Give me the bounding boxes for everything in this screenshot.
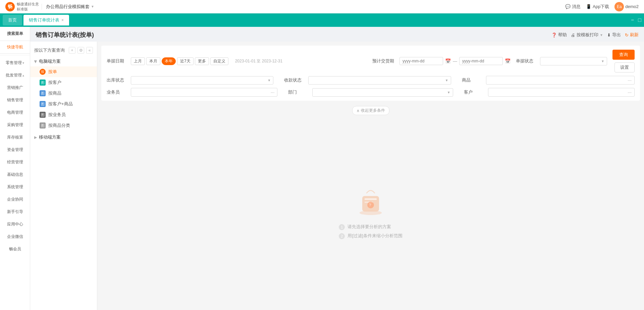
salesperson-input-wrapper: ··· (131, 88, 277, 97)
top-bar-left: 畅 畅捷通好生意 标准版 办公用品行业模拟账套 ▼ (5, 2, 94, 11)
inner-layout: 按以下方案查询 + ⚙ « ▶ 电脑端方案 按 按单 (30, 42, 644, 310)
refresh-icon: ↻ (625, 33, 629, 38)
message-action[interactable]: 💬 消息 (565, 4, 581, 10)
tab-home[interactable]: 首页 (3, 15, 22, 25)
sidebar-item-newbie[interactable]: 新手引导 (0, 206, 30, 218)
department-select[interactable] (312, 88, 453, 97)
delivery-date-inputs: 📅 — 📅 (399, 57, 511, 65)
sidebar-item-app-center[interactable]: 应用中心 (0, 218, 30, 230)
pc-scheme-group-header[interactable]: ▶ 电脑端方案 (30, 56, 97, 66)
shipping-status-select[interactable] (131, 76, 273, 85)
sidebar-item-inventory[interactable]: 库存核算 (0, 131, 30, 144)
date-range-text: 2023-01-01 至 2023-12-31 (235, 58, 282, 64)
workspace-selector[interactable]: 办公用品行业模拟账套 ▼ (42, 4, 94, 10)
minimize-icon[interactable]: − (631, 17, 634, 23)
sidebar-item-purchase[interactable]: 采购管理 (0, 119, 30, 131)
scheme-item-by-salesperson[interactable]: 图 按业务员 (30, 109, 97, 120)
more-date-btn[interactable]: 更多 (195, 57, 209, 65)
shipping-status-label: 出库状态 (107, 77, 125, 83)
sidebar-item-finance[interactable]: 资金管理 (0, 144, 30, 156)
tab-close-icon[interactable]: × (61, 18, 64, 22)
query-button[interactable]: 查询 (612, 50, 635, 60)
sidebar-item-enterprise-wechat[interactable]: 企业微信 (0, 230, 30, 243)
nav-tabs: 首页 销售订单统计表 × − □ (0, 13, 644, 27)
collapse-button[interactable]: ∧ 收起更多条件 (352, 106, 389, 115)
collapse-panel-icon[interactable]: « (86, 47, 93, 54)
page-header: 销售订单统计表(按单) ❓ 帮助 🖨 按模板打印 ▼ ⬇ 导出 ↻ 刷新 (30, 27, 644, 42)
sidebar-item-wholesale[interactable]: 批发管理 ▴ (0, 69, 30, 82)
this-year-btn[interactable]: 本年 (162, 57, 176, 65)
page-actions: ❓ 帮助 🖨 按模板打印 ▼ ⬇ 导出 ↻ 刷新 (551, 32, 639, 38)
scheme-icon-by-order: 按 (40, 69, 46, 75)
scheme-item-by-order[interactable]: 按 按单 (30, 66, 97, 77)
sidebar-item-base-info[interactable]: 基础信息 (0, 168, 30, 181)
sidebar-item-ecommerce[interactable]: 电商管理 (0, 106, 30, 119)
avatar: Ea (614, 2, 624, 11)
left-panel-icons: + ⚙ « (69, 47, 93, 54)
mobile-scheme-group: ▶ 移动端方案 (30, 132, 97, 142)
user-profile-action[interactable]: Ea demo2 (614, 2, 639, 11)
add-scheme-icon[interactable]: + (69, 47, 75, 54)
customer-input[interactable] (491, 90, 628, 95)
bill-status-select-wrapper: ▼ (540, 57, 607, 65)
scheme-icon-by-goods: 图 (40, 90, 46, 96)
action-btn-group: 查询 设置 (612, 50, 635, 72)
calendar-icon-end[interactable]: 📅 (505, 58, 511, 64)
goods-input[interactable] (489, 78, 628, 83)
filter-row-3: 业务员 ··· 部门 ▼ 客户 (107, 88, 635, 97)
sidebar-item-enterprise-collab[interactable]: 企业协同 (0, 193, 30, 206)
sidebar-item-member[interactable]: 畅会员 (0, 243, 30, 255)
customer-more-icon[interactable]: ··· (628, 90, 632, 95)
scheme-settings-icon[interactable]: ⚙ (77, 47, 84, 54)
date-buttons: 上月 本月 本年 近7天 更多 自定义 (131, 57, 228, 65)
this-month-btn[interactable]: 本月 (146, 57, 160, 65)
scheme-item-by-customer[interactable]: 图 按客户 (30, 77, 97, 88)
sidebar-item-system[interactable]: 系统管理 (0, 181, 30, 193)
export-button[interactable]: ⬇ 导出 (607, 32, 621, 38)
empty-tip-1: 1 请先选择要分析的方案 (339, 224, 402, 230)
customize-date-btn[interactable]: 自定义 (210, 57, 228, 65)
tip-num-2: 2 (339, 233, 345, 239)
sidebar-item-marketing[interactable]: 营销推广 (0, 82, 30, 94)
sidebar-item-retail[interactable]: 零售管理 ▾ (0, 57, 30, 69)
goods-input-wrapper: ··· (486, 76, 635, 85)
sidebar-quick-nav[interactable]: 快捷导航 (0, 41, 30, 54)
expected-delivery-label: 预计交货期 (372, 58, 394, 64)
sidebar-search[interactable]: 搜索菜单 (0, 27, 30, 41)
salesperson-more-icon[interactable]: ··· (271, 90, 275, 95)
sidebar-item-sales[interactable]: 销售管理 (0, 94, 30, 106)
message-icon: 💬 (565, 4, 571, 9)
logo-text: 畅捷通好生意 标准版 (17, 2, 39, 11)
last-month-btn[interactable]: 上月 (131, 57, 145, 65)
calendar-icon-start[interactable]: 📅 (445, 58, 451, 64)
payment-status-select[interactable] (308, 76, 451, 85)
goods-more-icon[interactable]: ··· (628, 78, 632, 83)
scheme-item-by-goods[interactable]: 图 按商品 (30, 88, 97, 99)
template-print-button[interactable]: 🖨 按模板打印 ▼ (571, 32, 603, 38)
bill-status-select[interactable] (540, 57, 607, 65)
collapse-bar: ∧ 收起更多条件 (101, 103, 640, 118)
sidebar: 搜索菜单 快捷导航 零售管理 ▾ 批发管理 ▴ 营销推广 销售管理 电商管理 (0, 27, 30, 310)
app-download-action[interactable]: 📱 App下载 (586, 4, 609, 10)
sidebar-item-operations[interactable]: 经营管理 (0, 156, 30, 168)
chevron-down-icon: ▾ (22, 61, 24, 65)
salesperson-input[interactable] (134, 90, 271, 95)
tab-sales-order-stats[interactable]: 销售订单统计表 × (23, 15, 69, 25)
last-7-days-btn[interactable]: 近7天 (177, 57, 194, 65)
scheme-icon-by-category: 图 (40, 122, 46, 128)
main-layout: 搜索菜单 快捷导航 零售管理 ▾ 批发管理 ▴ 营销推广 销售管理 电商管理 (0, 27, 644, 310)
delivery-date-start-input[interactable] (399, 57, 443, 65)
settings-button[interactable]: 设置 (614, 62, 635, 72)
scheme-item-by-customer-goods[interactable]: 图 按客户+商品 (30, 99, 97, 109)
scheme-item-by-category[interactable]: 图 按商品分类 (30, 120, 97, 131)
help-button[interactable]: ❓ 帮助 (551, 32, 567, 38)
print-icon: 🖨 (571, 33, 575, 38)
mobile-scheme-group-header[interactable]: ▶ 移动端方案 (30, 132, 97, 142)
refresh-button[interactable]: ↻ 刷新 (625, 32, 639, 38)
scheme-icon-by-customer-goods: 图 (40, 101, 46, 107)
maximize-icon[interactable]: □ (638, 17, 641, 23)
shipping-status-select-wrapper: ▼ (131, 76, 273, 85)
delivery-date-end-input[interactable] (459, 57, 503, 65)
empty-tip-2: 2 用[过滤]条件来缩小分析范围 (339, 233, 402, 239)
top-bar-right: 💬 消息 📱 App下载 Ea demo2 (565, 2, 639, 11)
